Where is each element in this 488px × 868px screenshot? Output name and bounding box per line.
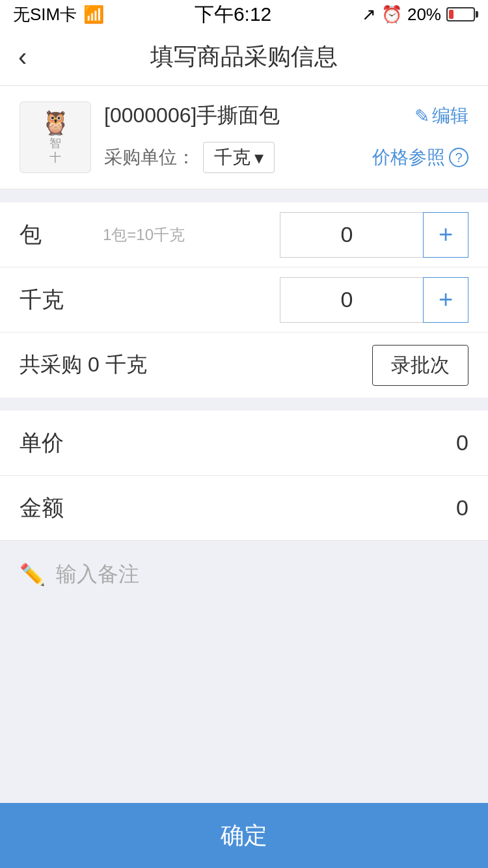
status-left: 无SIM卡 📶 [13,3,104,26]
package-label: 包 [20,220,98,250]
kg-plus-button[interactable]: + [423,277,468,323]
pencil-icon: ✏️ [20,562,46,587]
product-info: [0000006]手撕面包 ✎ 编辑 采购单位： 千克 ▾ 价格参照 ? [104,102,468,173]
price-ref-label: 价格参照 [372,145,445,170]
product-logo-icon: 🦉 [41,109,70,137]
unit-value: 千克 [214,145,251,170]
battery-percent: 20% [407,5,441,25]
alarm-icon: ⏰ [381,5,402,25]
page-title: 填写商品采购信息 [150,41,338,73]
amount-label: 金额 [20,493,64,523]
product-logo-text: 智 十 [49,137,61,165]
location-icon: ↗ [362,5,376,25]
status-time: 下午6:12 [195,1,271,28]
battery-fill [449,10,454,19]
summary-text: 共采购 0 千克 [20,351,147,379]
amount-row: 金额 0 [0,476,488,541]
package-input[interactable] [280,212,423,258]
unit-dropdown[interactable]: 千克 ▾ [203,142,275,173]
product-name: [0000006]手撕面包 [104,102,280,130]
product-image: 🦉 智 十 [20,102,91,173]
help-icon: ? [449,148,468,167]
unit-price-value: 0 [456,430,468,455]
unit-price-label: 单价 [20,428,64,458]
input-section: 包 1包=10千克 + 千克 + 共采购 0 千克 录批次 [0,202,488,398]
note-placeholder: 输入备注 [56,560,139,589]
note-section[interactable]: ✏️ 输入备注 [0,541,488,608]
wifi-icon: 📶 [83,5,104,25]
unit-price-row: 单价 0 [0,411,488,476]
package-input-right: + [280,212,468,258]
purchase-unit-label: 采购单位： [104,145,195,170]
price-ref-button[interactable]: 价格参照 ? [372,145,468,170]
section-divider-2 [0,398,488,411]
purchase-unit-left: 采购单位： 千克 ▾ [104,142,275,173]
product-name-row: [0000006]手撕面包 ✎ 编辑 [104,102,468,130]
kg-input-right: + [280,277,468,323]
battery-icon [446,7,475,21]
package-input-row: 包 1包=10千克 + [0,202,488,267]
amount-value: 0 [456,495,468,521]
kg-label: 千克 [20,285,98,315]
kg-input-row: 千克 + [0,267,488,332]
product-card: 🦉 智 十 [0000006]手撕面包 ✎ 编辑 采购单位： 千克 ▾ 价格参照 [0,86,488,189]
package-sub-label: 1包=10千克 [103,224,185,245]
dropdown-arrow-icon: ▾ [254,147,264,169]
confirm-button[interactable]: 确定 [0,803,488,868]
kg-input[interactable] [280,277,423,323]
nav-bar: ‹ 填写商品采购信息 [0,29,488,86]
bottom-area [0,608,488,804]
edit-button[interactable]: ✎ 编辑 [414,103,468,128]
back-button[interactable]: ‹ [18,42,27,72]
batch-button[interactable]: 录批次 [372,345,468,386]
status-right: ↗ ⏰ 20% [362,5,475,25]
section-divider-1 [0,189,488,202]
package-plus-button[interactable]: + [423,212,468,258]
carrier-label: 无SIM卡 [13,3,77,26]
edit-icon: ✎ [414,105,429,127]
info-section: 单价 0 金额 0 [0,411,488,541]
summary-row: 共采购 0 千克 录批次 [0,332,488,398]
status-bar: 无SIM卡 📶 下午6:12 ↗ ⏰ 20% [0,0,488,29]
purchase-unit-row: 采购单位： 千克 ▾ 价格参照 ? [104,142,468,173]
